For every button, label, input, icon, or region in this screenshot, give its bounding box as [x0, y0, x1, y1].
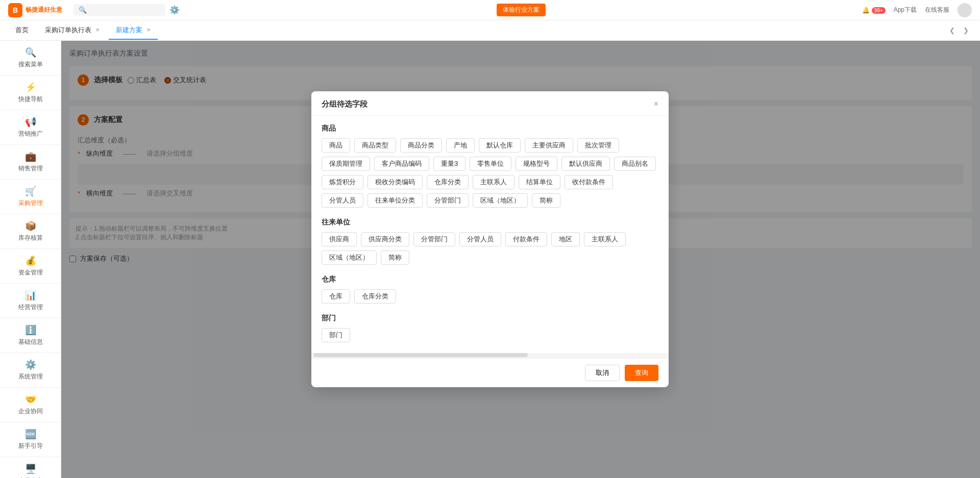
field-tag[interactable]: 付款条件	[505, 232, 547, 246]
search-input[interactable]	[90, 7, 151, 14]
sidebar-item-marketing-label: 营销推广	[18, 130, 43, 138]
modal-confirm-button[interactable]: 查询	[625, 365, 658, 381]
tab-home-label: 首页	[15, 26, 29, 35]
sidebar: 🔍 搜索菜单 ⚡ 快捷导航 📢 营销推广 💼 销售管理 🛒 采购管理 📦 库存核…	[0, 41, 61, 478]
field-tag[interactable]: 地区	[551, 232, 580, 246]
field-tag[interactable]: 零售单位	[470, 157, 511, 171]
sidebar-item-marketing[interactable]: 📢 营销推广	[0, 110, 61, 145]
field-tag[interactable]: 主联系人	[473, 175, 514, 189]
field-tag[interactable]: 分管部门	[413, 232, 455, 246]
field-tag[interactable]: 主要供应商	[525, 138, 573, 153]
partner-field-tags: 供应商 供应商分类 分管部门 分管人员 付款条件 地区 主联系人 区域（地区） …	[322, 232, 658, 265]
warehouse-field-tags: 仓库 仓库分类	[322, 289, 658, 304]
logo-icon: B	[8, 3, 22, 17]
section-warehouse-title: 仓库	[322, 275, 658, 284]
sidebar-item-newguide[interactable]: 🆕 新手引导	[0, 422, 61, 457]
field-tag[interactable]: 结算单位	[519, 175, 560, 189]
field-tag[interactable]: 区域（地区）	[322, 250, 377, 265]
section-partner-title: 往来单位	[322, 218, 658, 227]
modal-hscroll-thumb	[313, 353, 528, 357]
field-tag[interactable]: 炼货积分	[322, 175, 363, 189]
field-tag[interactable]: 客户商品编码	[374, 157, 429, 171]
sidebar-item-inventory[interactable]: 📦 库存核算	[0, 214, 61, 249]
field-tag[interactable]: 分管人员	[459, 232, 501, 246]
newguide-icon: 🆕	[25, 429, 36, 440]
field-tag[interactable]: 仓库	[322, 289, 350, 304]
field-tag[interactable]: 供应商分类	[361, 232, 409, 246]
field-tag[interactable]: 简称	[532, 193, 560, 208]
modal-horizontal-scrollbar[interactable]	[311, 354, 669, 358]
sidebar-item-newguide-label: 新手引导	[18, 442, 43, 450]
field-tag[interactable]: 商品类型	[354, 138, 396, 153]
appcenter-icon: 🖥️	[25, 463, 36, 474]
search-icon: 🔍	[79, 6, 87, 14]
tab-bar: 首页 采购订单执行表 ✕ 新建方案 ✕ ❮ ❯	[0, 20, 980, 41]
sidebar-item-baseinfo[interactable]: ℹ️ 基础信息	[0, 318, 61, 353]
app-download-link[interactable]: App下载	[894, 6, 917, 14]
tab-scroll-right[interactable]: ❯	[960, 27, 972, 34]
department-field-tags: 部门	[322, 328, 658, 342]
section-product: 商品 商品 商品类型 商品分类 产地 默认仓库 主要供应商 批次管理 保质期管理…	[322, 124, 658, 208]
field-tag[interactable]: 默认供应商	[561, 157, 610, 171]
tab-home[interactable]: 首页	[8, 21, 36, 40]
sidebar-item-sales-label: 销售管理	[18, 164, 43, 173]
sidebar-item-finance[interactable]: 💰 资金管理	[0, 249, 61, 284]
sidebar-item-inventory-label: 库存核算	[18, 234, 43, 242]
collab-icon: 🤝	[25, 394, 36, 405]
field-tag[interactable]: 商品分类	[400, 138, 442, 153]
tab-new-plan-close[interactable]: ✕	[146, 27, 151, 33]
top-bar: B 畅捷通好生意 🔍 ⚙️ 体验行业方案 🔔 99+ App下载 在线客服	[0, 0, 980, 20]
field-tag[interactable]: 供应商	[322, 232, 357, 246]
experience-button[interactable]: 体验行业方案	[497, 4, 546, 16]
field-tag[interactable]: 仓库分类	[354, 289, 396, 304]
sidebar-item-search[interactable]: 🔍 搜索菜单	[0, 41, 61, 76]
field-tag[interactable]: 往来单位分类	[368, 193, 423, 208]
sidebar-item-purchase[interactable]: 🛒 采购管理	[0, 180, 61, 214]
tab-new-plan[interactable]: 新建方案 ✕	[109, 21, 158, 40]
notification-area[interactable]: 🔔 99+	[862, 7, 885, 14]
quicknav-icon: ⚡	[25, 82, 36, 93]
tab-new-plan-label: 新建方案	[116, 26, 142, 35]
field-tag[interactable]: 税收分类编码	[368, 175, 423, 189]
field-tag[interactable]: 批次管理	[577, 138, 619, 153]
modal-cancel-button[interactable]: 取消	[585, 365, 620, 381]
sidebar-item-system[interactable]: ⚙️ 系统管理	[0, 353, 61, 388]
tab-purchase-exec[interactable]: 采购订单执行表 ✕	[38, 21, 107, 40]
sidebar-item-operations[interactable]: 📊 经营管理	[0, 284, 61, 318]
search-bar[interactable]: 🔍	[74, 4, 165, 16]
system-icon: ⚙️	[25, 359, 36, 370]
field-tag[interactable]: 保质期管理	[322, 157, 370, 171]
field-tag[interactable]: 商品别名	[614, 157, 656, 171]
field-tag[interactable]: 区域（地区）	[473, 193, 528, 208]
sidebar-item-operations-label: 经营管理	[18, 303, 43, 312]
sidebar-item-system-label: 系统管理	[18, 372, 43, 381]
online-service-link[interactable]: 在线客服	[925, 6, 949, 14]
field-tag[interactable]: 部门	[322, 328, 350, 342]
modal-close-button[interactable]: ×	[654, 99, 658, 109]
sidebar-item-quicknav-label: 快捷导航	[18, 95, 43, 104]
field-tag[interactable]: 默认仓库	[479, 138, 521, 153]
field-tag[interactable]: 简称	[381, 250, 409, 265]
settings-icon[interactable]: ⚙️	[169, 5, 180, 15]
field-tag[interactable]: 产地	[446, 138, 475, 153]
field-tag[interactable]: 规格型号	[516, 157, 557, 171]
user-avatar[interactable]	[958, 3, 972, 17]
field-tag[interactable]: 分管人员	[322, 193, 363, 208]
field-tag[interactable]: 收付款条件	[565, 175, 613, 189]
field-tag[interactable]: 重量3	[433, 157, 465, 171]
field-tag[interactable]: 主联系人	[584, 232, 626, 246]
sidebar-item-collab-label: 企业协同	[18, 407, 43, 416]
field-tag[interactable]: 仓库分类	[427, 175, 469, 189]
sidebar-item-appcenter[interactable]: 🖥️ 应用中心	[0, 457, 61, 478]
modal-footer: 取消 查询	[311, 358, 669, 387]
sidebar-item-sales[interactable]: 💼 销售管理	[0, 145, 61, 180]
sidebar-item-quicknav[interactable]: ⚡ 快捷导航	[0, 76, 61, 110]
tab-scroll-left[interactable]: ❮	[946, 27, 958, 34]
tab-purchase-exec-close[interactable]: ✕	[95, 27, 100, 33]
sidebar-item-collab[interactable]: 🤝 企业协同	[0, 388, 61, 422]
product-field-tags: 商品 商品类型 商品分类 产地 默认仓库 主要供应商 批次管理 保质期管理 客户…	[322, 138, 658, 208]
field-tag[interactable]: 商品	[322, 138, 350, 153]
section-warehouse: 仓库 仓库 仓库分类	[322, 275, 658, 304]
field-tag[interactable]: 分管部门	[427, 193, 469, 208]
purchase-icon: 🛒	[25, 186, 36, 197]
